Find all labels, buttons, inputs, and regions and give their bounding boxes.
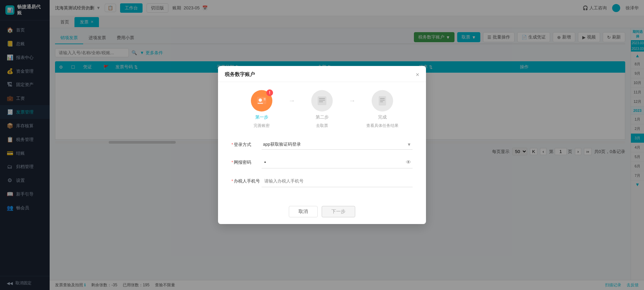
step-2-desc: 去取票 [316,123,328,129]
svg-rect-12 [380,100,385,100]
step-3-label: 完成 [378,114,387,120]
svg-point-2 [259,98,262,102]
svg-rect-9 [319,101,323,102]
dialog-close-btn[interactable]: × [416,72,419,78]
step-3: 完成 查看具体任务结果 [356,90,409,129]
next-button[interactable]: 下一步 [322,206,355,217]
password-field-wrap: 👁 [262,156,413,168]
step-1-icon-wrap: ! [251,90,272,112]
phone-label: 办税人手机号 [231,178,262,184]
svg-rect-4 [264,98,266,99]
step-1-badge: ! [266,89,273,96]
form-row-password: 网报密码 👁 [231,156,413,168]
form-row-phone: 办税人手机号 [231,175,413,187]
cancel-button[interactable]: 取消 [289,206,318,217]
svg-rect-13 [380,101,383,102]
svg-rect-11 [380,98,385,99]
login-method-label: 登录方式 [231,142,262,148]
form-row-login-method: 登录方式 app获取验证码登录 ▼ [231,139,413,150]
password-toggle-icon[interactable]: 👁 [406,159,411,165]
arrow-1: → [288,90,295,104]
dialog-body: ! 第一步 完善账密 → [218,82,426,202]
step-2-label: 第二步 [316,114,329,120]
step-3-icon [372,90,393,112]
svg-rect-7 [319,98,325,99]
dialog-header: 税务数字账户 × [218,66,426,82]
password-label: 网报密码 [231,159,262,165]
step-2-icon-wrap [311,90,333,112]
step-1-desc: 完善账密 [254,123,270,129]
tax-digital-dialog: 税务数字账户 × [218,66,426,224]
step-2: 第二步 去取票 [295,90,349,129]
phone-input[interactable] [263,176,411,186]
step-2-icon [311,90,333,112]
step-3-desc: 查看具体任务结果 [366,123,398,129]
steps: ! 第一步 完善账密 → [231,90,413,129]
select-arrow-icon: ▼ [407,142,411,147]
dialog-title: 税务数字账户 [225,71,255,78]
svg-rect-6 [318,96,326,105]
svg-rect-8 [319,100,325,100]
form: 登录方式 app获取验证码登录 ▼ 网报密码 👁 办税人手机 [231,139,413,187]
arrow-2: → [349,90,356,104]
password-input[interactable] [263,158,406,167]
svg-rect-3 [258,103,263,104]
svg-rect-10 [379,96,386,105]
phone-field-wrap [262,175,413,187]
dialog-overlay[interactable]: 税务数字账户 × [0,0,644,290]
login-method-select[interactable]: app获取验证码登录 ▼ [262,139,413,150]
step-1: ! 第一步 完善账密 [235,90,288,129]
dialog-footer: 取消 下一步 [218,202,426,224]
svg-rect-5 [264,99,266,100]
step-1-label: 第一步 [255,114,268,120]
step-3-icon-wrap [372,90,393,112]
